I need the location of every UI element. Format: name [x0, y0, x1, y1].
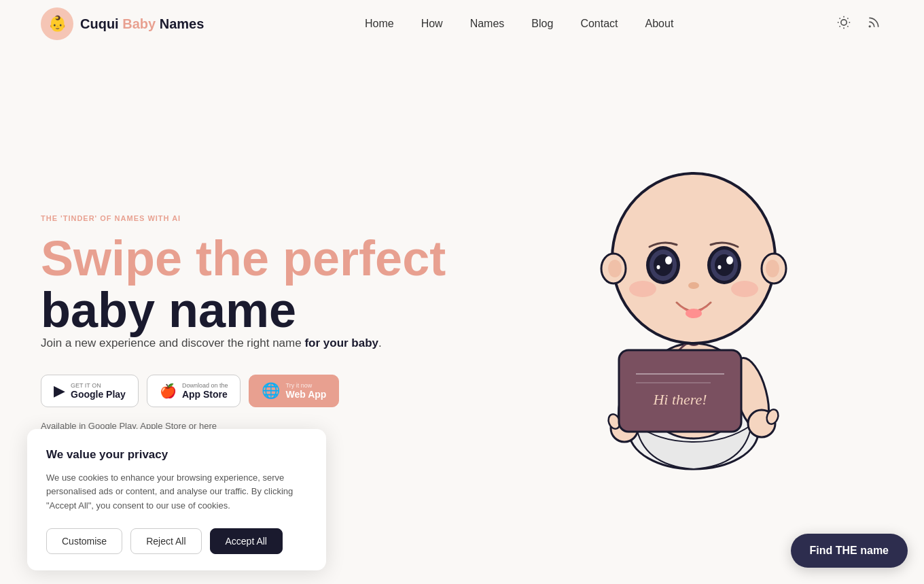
svg-line-4: [847, 26, 848, 27]
svg-line-3: [840, 18, 840, 18]
app-store-button[interactable]: 🍎 Download on the App Store: [147, 375, 241, 407]
app-buttons-group: ▶ GET IT ON Google Play 🍎 Download on th…: [41, 375, 504, 407]
nav-contact[interactable]: Contact: [580, 18, 618, 30]
hero-description: Join a new experience and discover the r…: [41, 337, 504, 350]
hero-tagline: THE 'TINDER' OF NAMES WITH AI: [41, 214, 504, 222]
svg-point-38: [718, 265, 722, 269]
logo-text: Cuqui Baby Names: [80, 16, 204, 32]
theme-toggle-button[interactable]: [834, 13, 853, 35]
hero-title-line2: baby name: [41, 283, 296, 337]
svg-point-0: [841, 19, 847, 24]
cookie-body: We use cookies to enhance your browsing …: [46, 471, 307, 513]
svg-point-39: [629, 281, 656, 297]
cookie-title: We value your privacy: [46, 448, 307, 462]
nav-about[interactable]: About: [645, 18, 674, 30]
globe-icon: 🌐: [262, 382, 280, 400]
svg-point-28: [766, 260, 779, 277]
svg-point-37: [726, 256, 733, 264]
nav-names[interactable]: Names: [470, 18, 505, 30]
accept-all-button[interactable]: Accept All: [210, 528, 283, 554]
logo[interactable]: 👶 Cuqui Baby Names: [41, 7, 204, 40]
customise-button[interactable]: Customise: [46, 528, 122, 554]
svg-point-41: [688, 282, 699, 289]
logo-baby: Baby: [122, 16, 156, 31]
hero-title: Swipe the perfect baby name: [41, 233, 504, 336]
hero-left: THE 'TINDER' OF NAMES WITH AI Swipe the …: [41, 201, 504, 430]
cookie-banner: We value your privacy We use cookies to …: [27, 429, 326, 570]
header-actions: [834, 13, 883, 35]
nav-how[interactable]: How: [421, 18, 443, 30]
web-app-text: Try it now Web App: [285, 382, 326, 400]
svg-point-32: [665, 256, 672, 264]
app-store-text: Download on the App Store: [182, 382, 228, 400]
svg-point-42: [686, 309, 702, 318]
hero-right: Hi there!: [504, 139, 883, 493]
hero-title-line1: Swipe the perfect: [41, 231, 446, 286]
nav-home[interactable]: Home: [365, 18, 394, 30]
svg-point-40: [731, 281, 758, 297]
rss-button[interactable]: [864, 13, 883, 35]
find-the-name-button[interactable]: Find THE name: [791, 534, 908, 568]
cookie-buttons: Customise Reject All Accept All: [46, 528, 307, 554]
baby-illustration: Hi there!: [537, 139, 850, 493]
rss-icon: [867, 16, 881, 29]
svg-text:Hi there!: Hi there!: [652, 391, 707, 408]
sun-icon: [837, 16, 851, 29]
reject-all-button[interactable]: Reject All: [130, 528, 201, 554]
svg-point-33: [657, 265, 660, 269]
apple-icon: 🍎: [160, 383, 177, 399]
google-play-icon: ▶: [54, 382, 65, 400]
nav-blog[interactable]: Blog: [531, 18, 553, 30]
logo-icon: 👶: [41, 7, 73, 40]
svg-point-26: [608, 260, 622, 277]
google-play-button[interactable]: ▶ GET IT ON Google Play: [41, 375, 139, 407]
google-play-text: GET IT ON Google Play: [71, 382, 126, 400]
main-nav: Home How Names Blog Contact About: [365, 18, 673, 30]
svg-point-9: [869, 26, 870, 27]
main-header: 👶 Cuqui Baby Names Home How Names Blog C…: [0, 0, 924, 48]
svg-line-7: [840, 26, 840, 27]
svg-line-8: [847, 18, 848, 18]
web-app-button[interactable]: 🌐 Try it now Web App: [249, 375, 339, 407]
